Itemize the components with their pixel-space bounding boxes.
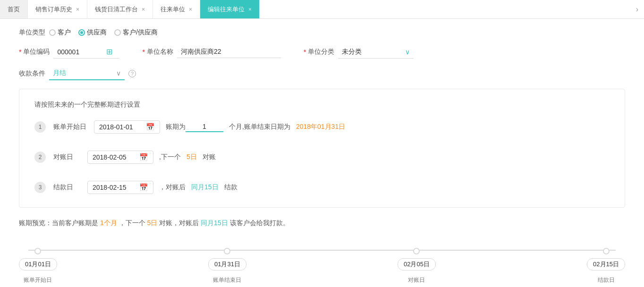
unit-category-star: * xyxy=(304,48,306,56)
timeline-label-3: 结款日 xyxy=(598,276,615,284)
settings-box: 请按照未来的一个完整帐期进行设置 1 账单开始日 2018-01-01 📅 账期… xyxy=(19,89,625,208)
unit-category-arrow: ∨ xyxy=(405,48,410,56)
settings-title: 请按照未来的一个完整帐期进行设置 xyxy=(34,101,610,109)
unit-code-input[interactable] xyxy=(57,48,104,56)
start-date-icon: 📅 xyxy=(146,123,155,131)
tab-cash-work[interactable]: 钱货日清工作台 × xyxy=(87,0,153,18)
unit-type-row: 单位类型 客户 供应商 客户/供应商 xyxy=(19,28,625,37)
unit-type-group: 单位类型 客户 供应商 客户/供应商 xyxy=(19,28,158,37)
timeline-label-1: 账单结束日 xyxy=(213,276,241,284)
period-input[interactable] xyxy=(186,122,223,132)
preview-section: 账期预览：当前客户账期是 1个月 ，下一个 5日 对账，对账后 同月15日 该客… xyxy=(19,217,625,229)
payment-prefix: ，对账后 xyxy=(159,183,186,192)
tab-edit-partner-close[interactable]: × xyxy=(248,6,252,13)
unit-code-label: 单位编码 xyxy=(23,48,50,56)
unit-info-row: * 单位编码 ⊞ * 单位名称 * 单位分类 未分类 ∨ xyxy=(19,45,625,59)
timeline-date-2: 02月05日 xyxy=(398,258,436,270)
payment-arrow: ∨ xyxy=(116,69,121,77)
row-label-2: 对账日 xyxy=(53,153,80,161)
radio-customer-circle xyxy=(49,29,56,36)
radio-supplier-label: 供应商 xyxy=(87,28,107,37)
radio-both[interactable]: 客户/供应商 xyxy=(114,28,158,37)
row-number-1: 1 xyxy=(34,121,46,133)
timeline-date-3: 02月15日 xyxy=(587,258,625,270)
reconcile-date-input[interactable]: 2018-02-05 📅 xyxy=(87,151,153,164)
unit-category-group: * 单位分类 未分类 ∨ xyxy=(304,46,414,59)
unit-code-input-wrapper: ⊞ xyxy=(53,45,119,59)
payment-date-input[interactable]: 2018-02-15 📅 xyxy=(87,181,153,194)
unit-type-label: 单位类型 xyxy=(19,28,45,37)
payment-label: 收款条件 xyxy=(19,69,45,78)
reconcile-date-value: 2018-02-05 xyxy=(93,153,136,161)
timeline-dot-3 xyxy=(603,248,610,254)
timeline-item-1: 01月31日 账单结束日 xyxy=(208,248,246,284)
row-label-1: 账单开始日 xyxy=(53,123,86,131)
preview-day: 5日 xyxy=(147,219,157,227)
main-content: 单位类型 客户 供应商 客户/供应商 * 单位编码 xyxy=(0,19,644,287)
payment-date-value: 2018-02-15 xyxy=(93,184,136,191)
row-number-2: 2 xyxy=(34,152,46,163)
unit-name-star: * xyxy=(142,48,144,56)
preview-suffix: 该客户会给我打款。 xyxy=(230,219,289,227)
reconcile-prefix: ,下一个 xyxy=(159,153,181,161)
reconcile-highlight: 5日 xyxy=(186,153,197,161)
preview-payment-day: 同月15日 xyxy=(201,219,228,227)
tab-edit-partner-label: 编辑往来单位 xyxy=(208,5,245,14)
settings-row-2: 2 对账日 2018-02-05 📅 ,下一个 5日 对账 xyxy=(34,149,610,166)
tab-sales-history-label: 销售订单历史 xyxy=(35,5,72,14)
start-date-value: 2018-01-01 xyxy=(99,123,142,131)
radio-customer-label: 客户 xyxy=(58,28,71,37)
timeline-dot-1 xyxy=(224,248,230,254)
tab-home[interactable]: 首页 xyxy=(0,0,28,18)
tab-cash-work-label: 钱货日清工作台 xyxy=(95,5,138,14)
row-number-3: 3 xyxy=(34,182,46,193)
payment-highlight: 同月15日 xyxy=(191,183,219,192)
unit-code-group: * 单位编码 ⊞ xyxy=(19,45,119,59)
payment-date-icon: 📅 xyxy=(139,183,148,192)
row-label-3: 结款日 xyxy=(53,183,80,192)
radio-customer[interactable]: 客户 xyxy=(49,28,71,37)
reconcile-suffix: 对账 xyxy=(203,153,216,161)
timeline-item-2: 02月05日 对账日 xyxy=(398,248,436,284)
unit-name-input[interactable] xyxy=(177,46,281,58)
timeline-dot-0 xyxy=(34,248,41,254)
preview-period: 1个月 xyxy=(100,219,117,227)
timeline-items: 01月01日 账单开始日 01月31日 账单结束日 02月05日 对账日 02月… xyxy=(19,248,625,284)
tab-nav-arrow[interactable]: › xyxy=(630,5,644,14)
tab-sales-history[interactable]: 销售订单历史 × xyxy=(28,0,87,18)
settings-row-3: 3 结款日 2018-02-15 📅 ，对账后 同月15日 结款 xyxy=(34,179,610,196)
unit-code-icon[interactable]: ⊞ xyxy=(106,47,112,56)
unit-name-group: * 单位名称 xyxy=(142,46,280,58)
tab-partner[interactable]: 往来单位 × xyxy=(153,0,200,18)
tab-cash-work-close[interactable]: × xyxy=(142,6,145,13)
period-end-date: 2018年01月31日 xyxy=(296,123,345,131)
tab-home-label: 首页 xyxy=(8,5,20,14)
tab-partner-close[interactable]: × xyxy=(189,6,192,13)
unit-category-select[interactable]: 未分类 ∨ xyxy=(338,46,414,59)
payment-group: 收款条件 月结 ∨ ? xyxy=(19,67,136,80)
timeline-item-0: 01月01日 账单开始日 xyxy=(19,248,57,284)
preview-prefix: 账期预览：当前客户账期是 xyxy=(19,219,98,227)
reconcile-date-icon: 📅 xyxy=(139,153,148,161)
tab-sales-history-close[interactable]: × xyxy=(76,6,79,13)
unit-category-value: 未分类 xyxy=(342,48,401,56)
tab-partner-label: 往来单位 xyxy=(161,5,185,14)
timeline-dot-2 xyxy=(413,248,420,254)
timeline: 01月01日 账单开始日 01月31日 账单结束日 02月05日 对账日 02月… xyxy=(19,240,625,284)
radio-group: 客户 供应商 客户/供应商 xyxy=(49,28,158,37)
radio-supplier-circle xyxy=(78,29,85,36)
payment-help-icon[interactable]: ? xyxy=(128,70,136,77)
preview-between2: 对账，对账后 xyxy=(159,219,199,227)
period-suffix: 个月,账单结束日期为 xyxy=(229,123,290,131)
radio-supplier[interactable]: 供应商 xyxy=(78,28,107,37)
payment-value: 月结 xyxy=(53,69,112,77)
timeline-label-2: 对账日 xyxy=(408,276,425,284)
timeline-label-0: 账单开始日 xyxy=(24,276,52,284)
tab-edit-partner[interactable]: 编辑往来单位 × xyxy=(200,0,260,18)
payment-select[interactable]: 月结 ∨ xyxy=(49,67,125,80)
start-date-input[interactable]: 2018-01-01 📅 xyxy=(94,120,160,134)
payment-row: 收款条件 月结 ∨ ? xyxy=(19,67,625,80)
timeline-item-3: 02月15日 结款日 xyxy=(587,248,625,284)
unit-name-label: 单位名称 xyxy=(147,48,173,56)
settings-row-1: 1 账单开始日 2018-01-01 📅 账期为 个月,账单结束日期为 2018… xyxy=(34,118,610,135)
